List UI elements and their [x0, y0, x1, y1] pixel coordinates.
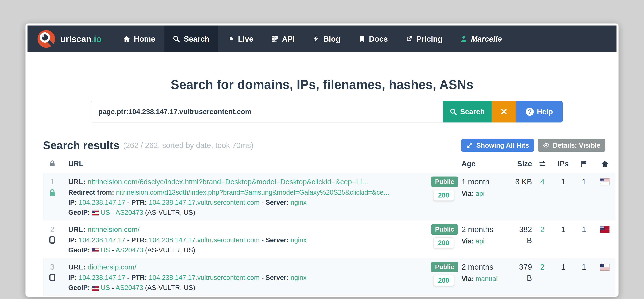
server-link[interactable]: nginx [290, 236, 306, 244]
nav-item-search[interactable]: Search [164, 26, 218, 52]
help-button[interactable]: ? Help [516, 101, 563, 123]
server-link[interactable]: nginx [290, 274, 306, 281]
nav-item-blog[interactable]: Blog [304, 26, 349, 52]
brand-tld: .io [92, 34, 102, 44]
geo-asn-link[interactable]: AS20473 [116, 209, 143, 216]
age-value: 2 months [462, 224, 512, 235]
result-url-link[interactable]: nitrinelsion.com/6dsciyc/index.html?bran… [88, 178, 368, 186]
nav-item-home[interactable]: Home [114, 26, 164, 52]
ip-link[interactable]: 104.238.147.17 [79, 274, 125, 281]
urlscan-logo-icon [37, 30, 56, 48]
country-flag-us-icon [600, 179, 610, 185]
fire-icon [227, 35, 234, 43]
ptr-link[interactable]: 104.238.147.17.vultrusercontent.com [149, 199, 260, 206]
result-row[interactable]: 1 URL: nitrinelsion.com/6dsciyc/index.ht… [43, 173, 615, 220]
geoip-label: GeoIP: [68, 284, 90, 291]
country-column-header[interactable] [594, 160, 615, 168]
via-link[interactable]: api [476, 190, 484, 197]
geo-org: (AS-VULTR, US) [145, 209, 195, 216]
geo-country-link[interactable]: US [100, 284, 110, 291]
results-table: URL Age Size IPs [43, 157, 615, 296]
requests-column-header[interactable] [532, 160, 553, 168]
ips-column-header[interactable]: IPs [553, 160, 574, 168]
size-column-header[interactable]: Size [512, 160, 532, 168]
page-title: Search for domains, IPs, filenames, hash… [28, 77, 616, 92]
server-label: Server: [266, 274, 289, 281]
geo-country-link[interactable]: US [100, 209, 110, 216]
geo-org: (AS-VULTR, US) [145, 246, 195, 254]
flags-column-header[interactable] [574, 160, 594, 168]
showing-all-hits-button[interactable]: Showing All Hits [461, 139, 534, 152]
geo-country-link[interactable]: US [100, 246, 110, 254]
status-badge: 200 [433, 237, 454, 248]
status-badge: 200 [433, 190, 454, 201]
requests-count-link[interactable]: 4 [540, 176, 544, 217]
geo-asn-link[interactable]: AS20473 [116, 284, 143, 291]
results-meta: (262 / 262, sorted by date, took 70ms) [123, 141, 254, 150]
via-link[interactable]: manual [476, 275, 498, 282]
age-value: 2 months [462, 261, 512, 272]
qrcode-icon [271, 35, 278, 43]
ip-link[interactable]: 104.238.147.17 [79, 199, 125, 206]
nav-item-docs[interactable]: Docs [349, 26, 396, 52]
search-button[interactable]: Search [442, 101, 492, 123]
nav-item-api[interactable]: API [262, 26, 304, 52]
ip-label: IP: [68, 274, 77, 281]
nav-item-label: Live [238, 34, 254, 44]
result-number: 3 [50, 261, 54, 272]
geoip-line: GeoIP: US - AS20473 (AS-VULTR, US) [68, 282, 431, 293]
result-url-link[interactable]: nitrinelsion.com/ [88, 225, 140, 233]
nav-item-marcelle[interactable]: Marcelle [451, 26, 510, 52]
external-link-icon [405, 35, 413, 43]
results-title: Search results [43, 139, 120, 152]
server-label: Server: [266, 199, 289, 206]
home-icon [123, 35, 130, 43]
user-icon [460, 35, 468, 43]
geo-asn-link[interactable]: AS20473 [116, 246, 143, 254]
ptr-link[interactable]: 104.238.147.17.vultrusercontent.com [149, 236, 260, 244]
visibility-badge: Public [431, 176, 458, 187]
search-input[interactable] [90, 101, 442, 123]
navbar: urlscan.io HomeSearchLiveAPIBlogDocsPric… [28, 26, 616, 52]
result-url-link[interactable]: diothersip.com/ [88, 263, 136, 271]
geoip-label: GeoIP: [68, 209, 90, 216]
ip-label: IP: [68, 199, 77, 206]
redirect-url-link[interactable]: nitrinelsion.com/d13sdth/index.php?brand… [116, 189, 389, 196]
lock-column-header[interactable] [43, 160, 62, 168]
result-checkbox[interactable] [49, 236, 55, 244]
server-link[interactable]: nginx [290, 199, 306, 206]
result-row[interactable]: 2 URL: nitrinelsion.com/ IP: 104.238.147… [43, 220, 615, 258]
country-flag-us-icon [600, 264, 610, 270]
geoip-label: GeoIP: [68, 246, 90, 254]
flags-count: 1 [582, 261, 586, 293]
ptr-label: PTR: [131, 274, 147, 281]
age-value: 1 month [462, 176, 512, 187]
size-value: 8 KB [515, 177, 532, 186]
result-number: 1 [50, 176, 54, 187]
result-checkbox[interactable] [49, 274, 55, 281]
details-visible-button[interactable]: Details: Visible [538, 139, 606, 152]
nav-item-live[interactable]: Live [218, 26, 262, 52]
search-bar: Search ✕ ? Help [90, 101, 563, 123]
visibility-badge: Public [431, 224, 458, 235]
requests-count-link[interactable]: 2 [540, 224, 544, 255]
ip-link[interactable]: 104.238.147.17 [79, 236, 125, 244]
nav-item-label: Docs [369, 34, 388, 44]
brand-link[interactable]: urlscan.io [28, 26, 111, 52]
nav-item-label: Marcelle [471, 34, 502, 44]
clear-search-button[interactable]: ✕ [492, 101, 516, 123]
country-flag-us-icon [600, 226, 610, 233]
ptr-link[interactable]: 104.238.147.17.vultrusercontent.com [149, 274, 260, 281]
url-column-header[interactable]: URL [62, 160, 431, 168]
nav-item-pricing[interactable]: Pricing [396, 26, 451, 52]
url-label: URL: [68, 263, 86, 271]
eye-icon [543, 142, 550, 149]
page-card: urlscan.io HomeSearchLiveAPIBlogDocsPric… [26, 24, 618, 297]
via-link[interactable]: api [476, 237, 484, 245]
requests-count-link[interactable]: 2 [540, 261, 544, 293]
result-row[interactable]: 3 URL: diothersip.com/ IP: 104.238.147.1… [43, 258, 615, 296]
exchange-icon [538, 160, 546, 168]
brand-name: urlscan.io [60, 34, 102, 44]
age-column-header[interactable]: Age [462, 160, 512, 168]
bookmark-icon [358, 35, 366, 43]
